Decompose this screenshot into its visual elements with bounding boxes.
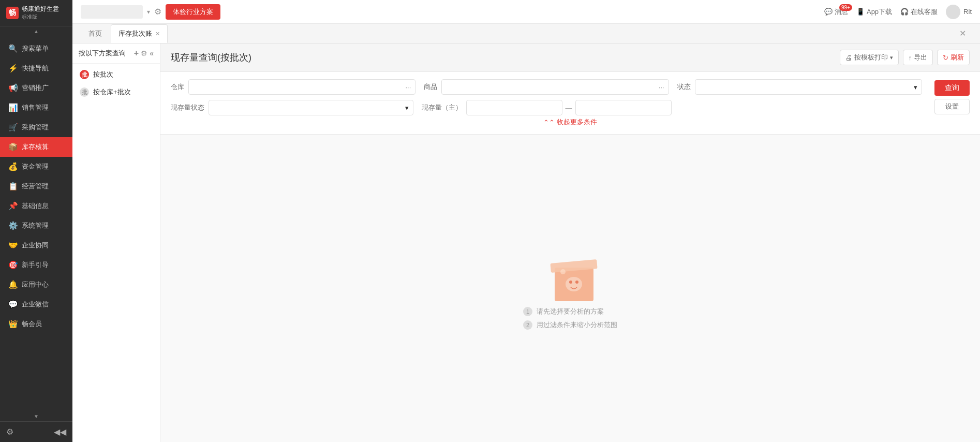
sidebar-item-basic-label: 基础信息	[22, 201, 49, 211]
topbar-left: ▾ ⚙ 体验行业方案	[81, 4, 818, 20]
goods-label: 商品	[424, 82, 437, 92]
export-label: 导出	[914, 53, 927, 62]
sidebar-nav: 🔍 搜索菜单 ⚡ 快捷导航 📢 营销推广 📊 销售管理 🛒 采购管理 📦 库存核…	[0, 37, 72, 411]
sidebar-item-wechat[interactable]: 💬 企业微信	[0, 294, 72, 314]
svg-point-4	[575, 281, 578, 284]
topbar-gear-icon[interactable]: ⚙	[154, 7, 161, 17]
message-btn[interactable]: 💬 消息 99+	[824, 7, 848, 17]
edition-label: 标准版	[22, 13, 59, 21]
chevron-down-icon: ▾	[147, 8, 150, 16]
collapse-panel-icon[interactable]: «	[150, 49, 154, 57]
sidebar-item-finance-label: 资金管理	[22, 162, 49, 171]
appstore-icon: 🔔	[8, 280, 18, 289]
query-button[interactable]: 查询	[934, 80, 970, 96]
sidebar-item-search[interactable]: 🔍 搜索菜单	[0, 39, 72, 58]
stock-qty-label: 现存量（主）	[422, 103, 462, 112]
user-name: Rit	[963, 8, 972, 16]
scroll-down-arrow[interactable]: ▼	[0, 411, 72, 421]
sidebar-item-wechat-label: 企业微信	[22, 300, 49, 309]
warehouse-batch-scheme-icon: 批	[80, 87, 89, 97]
print-dropdown-icon: ▾	[890, 54, 893, 61]
sidebar-item-sales-label: 销售管理	[22, 103, 49, 112]
sidebar-item-basic[interactable]: 📌 基础信息	[0, 196, 72, 216]
sidebar-item-finance[interactable]: 💰 资金管理	[0, 157, 72, 176]
print-label: 按模板打印	[854, 53, 888, 62]
tab-close-icon[interactable]: ✕	[155, 31, 160, 37]
stock-status-dropdown-icon: ▾	[405, 104, 409, 112]
warehouse-input[interactable]: ···	[188, 79, 415, 95]
tab-home[interactable]: 首页	[81, 24, 110, 43]
message-icon: 💬	[824, 8, 833, 16]
sidebar-item-ops[interactable]: 📋 经营管理	[0, 176, 72, 196]
sidebar-item-system[interactable]: ⚙️ 系统管理	[0, 216, 72, 235]
filter-buttons: 查询 设置	[934, 79, 970, 114]
data-area: 1 请先选择要分析的方案 2 用过滤条件来缩小分析范围	[160, 135, 980, 442]
trial-btn[interactable]: 体验行业方案	[166, 4, 220, 20]
tab-close-area: ✕	[953, 23, 972, 43]
app-logo: 畅	[6, 7, 19, 19]
stock-qty-min[interactable]	[466, 100, 562, 115]
collapse-label: 收起更多条件	[557, 117, 597, 127]
sidebar-item-marketing[interactable]: 📢 营销推广	[0, 78, 72, 98]
print-btn[interactable]: 🖨 按模板打印 ▾	[840, 50, 899, 65]
sidebar-item-collab[interactable]: 🤝 企业协同	[0, 235, 72, 255]
empty-box-svg	[544, 247, 606, 304]
sidebar-item-newbie[interactable]: 🎯 新手引导	[0, 255, 72, 275]
scheme-by-batch[interactable]: 批 按批次	[72, 66, 160, 83]
stock-qty-max[interactable]	[575, 100, 672, 115]
sidebar-item-sales[interactable]: 📊 销售管理	[0, 98, 72, 117]
company-name: 畅康通好生意	[22, 5, 59, 13]
header-icons: + ⚙ «	[134, 49, 154, 58]
status-select[interactable]: ▾	[695, 79, 922, 95]
settings-button[interactable]: 设置	[934, 99, 970, 114]
stock-status-select[interactable]: ▾	[209, 100, 413, 115]
warehouse-batch-scheme-label: 按仓库+批次	[93, 87, 131, 97]
user-profile-btn[interactable]: Rit	[946, 5, 972, 19]
goods-input[interactable]: ···	[441, 79, 669, 95]
tip-1-num: 1	[523, 307, 532, 316]
tab-batch-account[interactable]: 库存批次账 ✕	[111, 24, 168, 43]
scroll-up-arrow[interactable]: ▲	[0, 26, 72, 37]
sidebar-item-appstore[interactable]: 🔔 应用中心	[0, 275, 72, 294]
sidebar-item-quicknav[interactable]: ⚡ 快捷导航	[0, 58, 72, 78]
app-download-btn[interactable]: 📱 App下载	[856, 7, 892, 17]
tip-2-text: 用过滤条件来缩小分析范围	[537, 320, 617, 330]
sidebar-item-inventory[interactable]: 📦 库存核算	[0, 137, 72, 157]
sidebar-item-purchase-label: 采购管理	[22, 123, 49, 132]
online-service-label: 在线客服	[911, 7, 938, 17]
tab-batch-account-label: 库存批次账	[118, 29, 152, 38]
member-icon: 👑	[8, 319, 18, 329]
export-btn[interactable]: ↑ 导出	[903, 50, 933, 65]
stock-status-label: 现存量状态	[171, 103, 204, 112]
inventory-icon: 📦	[8, 142, 18, 152]
online-service-btn[interactable]: 🎧 在线客服	[900, 7, 938, 17]
message-badge: 99+	[839, 4, 852, 11]
sidebar-item-ops-label: 经营管理	[22, 182, 49, 191]
empty-illustration	[544, 247, 596, 299]
scheme-settings-icon[interactable]: ⚙	[141, 49, 147, 57]
status-label: 状态	[677, 82, 691, 92]
tab-panel-close-icon[interactable]: ✕	[959, 28, 966, 38]
refresh-icon: ↻	[943, 54, 948, 62]
refresh-btn[interactable]: ↻ 刷新	[937, 50, 970, 65]
add-scheme-icon[interactable]: +	[134, 49, 139, 58]
page-actions: 🖨 按模板打印 ▾ ↑ 导出 ↻ 刷新	[840, 50, 970, 65]
sidebar-item-member[interactable]: 👑 畅会员	[0, 314, 72, 334]
sidebar-item-purchase[interactable]: 🛒 采购管理	[0, 117, 72, 137]
left-panel-header: 按以下方案查询 + ⚙ «	[72, 43, 160, 64]
sidebar: 畅 畅康通好生意 标准版 ▲ 🔍 搜索菜单 ⚡ 快捷导航 📢 营销推广 📊 销售…	[0, 0, 72, 442]
main-content: ▾ ⚙ 体验行业方案 💬 消息 99+ 📱 App下载 🎧 在线客服 Rit	[72, 0, 980, 442]
topbar: ▾ ⚙ 体验行业方案 💬 消息 99+ 📱 App下载 🎧 在线客服 Rit	[72, 0, 980, 24]
ops-icon: 📋	[8, 182, 18, 191]
refresh-label: 刷新	[951, 53, 964, 62]
scheme-by-warehouse-batch[interactable]: 批 按仓库+批次	[72, 83, 160, 101]
collapse-more-btn[interactable]: ⌃⌃ 收起更多条件	[171, 117, 970, 127]
collapse-up-icon: ⌃⌃	[543, 119, 555, 126]
purchase-icon: 🛒	[8, 123, 18, 132]
collapse-sidebar-icon[interactable]: ◀◀	[54, 427, 66, 437]
settings-gear-icon[interactable]: ⚙	[6, 427, 13, 437]
sidebar-item-marketing-label: 营销推广	[22, 83, 49, 93]
sidebar-item-search-label: 搜索菜单	[22, 44, 49, 53]
wechat-icon: 💬	[8, 300, 18, 309]
sidebar-item-collab-label: 企业协同	[22, 241, 49, 250]
